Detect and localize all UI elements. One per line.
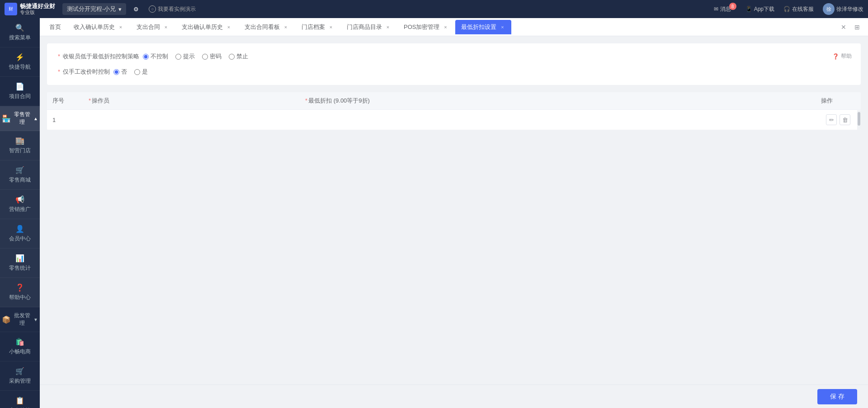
sidebar-item-member-center[interactable]: 👤 会员中心 (0, 219, 40, 249)
sidebar-item-search-menu[interactable]: 🔍 搜索菜单 (0, 18, 40, 47)
main-layout: 🔍 搜索菜单 ⚡ 快捷导航 📄 项目合同 🏪 零售管理 ▲ 🏬 智营门店 🛒 零… (0, 18, 868, 408)
manual-only-no[interactable]: 否 (113, 68, 127, 76)
help-icon: ❓ (15, 283, 24, 292)
tab-label: 支出合同 (137, 23, 160, 31)
sidebar-item-purchase-mgmt[interactable]: 🛒 采购管理 (0, 361, 40, 391)
table-header-row: 序号 *操作员 *最低折扣 (9.00等于9折) 操作 (47, 92, 861, 110)
tab-close-all-button[interactable]: ✕ (838, 22, 849, 33)
sidebar-item-label: 营销推广 (9, 206, 31, 213)
tab-min-discount-setting[interactable]: 最低折扣设置 × (455, 20, 511, 34)
close-icon[interactable]: × (163, 24, 169, 30)
close-icon[interactable]: × (283, 24, 289, 30)
policy-password[interactable]: 密码 (202, 52, 222, 61)
policy-label: * 收银员低于最低折扣控制策略 (58, 52, 139, 61)
sidebar-item-ecommerce[interactable]: 🛍️ 小畅电商 (0, 332, 40, 361)
save-button[interactable]: 保 存 (817, 389, 857, 404)
phone-icon: 📱 (745, 6, 752, 12)
tab-bar: 首页 收入确认单历史 × 支出合同 × 支出确认单历史 × 支出合同看板 × 门… (40, 18, 868, 36)
sidebar-item-help-center[interactable]: ❓ 帮助中心 (0, 278, 40, 307)
tab-pay-contract[interactable]: 支出合同 × (131, 20, 175, 34)
sidebar-item-quick-nav[interactable]: ⚡ 快捷导航 (0, 47, 40, 77)
user-item[interactable]: 徐 徐泽华修改 (823, 3, 863, 15)
sidebar-item-retail-mall[interactable]: 🛒 零售商城 (0, 160, 40, 190)
top-bar-right: ✉ 消息 8 📱 App下载 🎧 在线客服 徐 徐泽华修改 (714, 3, 863, 15)
content-area: 首页 收入确认单历史 × 支出合同 × 支出确认单历史 × 支出合同看板 × 门… (40, 18, 868, 408)
sidebar-item-retail-stats[interactable]: 📊 零售统计 (0, 249, 40, 278)
app-download-item[interactable]: 📱 App下载 (745, 5, 774, 13)
sidebar-item-wholesale-mgmt[interactable]: 📦 批发管理 ▼ (0, 307, 40, 332)
sidebar-item-label: 零售商城 (9, 176, 31, 184)
message-badge: 8 (729, 3, 736, 10)
page-content: ❓ 帮助 * 收银员低于最低折扣控制策略 不控制 (40, 36, 868, 385)
data-table-wrap: 序号 *操作员 *最低折扣 (9.00等于9折) 操作 1 (47, 92, 861, 130)
table-row: 1 ✏ 🗑 (47, 110, 861, 130)
close-icon[interactable]: × (118, 24, 124, 30)
sidebar-item-smart-store[interactable]: 🏬 智营门店 (0, 131, 40, 160)
tab-pay-confirm-history[interactable]: 支出确认单历史 × (176, 20, 238, 34)
sidebar-item-label: 批发管理 (13, 312, 32, 327)
sidebar-item-label: 采购管理 (9, 377, 31, 385)
sidebar-item-label: 项目合同 (9, 93, 31, 100)
col-header-seq: 序号 (47, 92, 83, 110)
col-header-operator: *操作员 (83, 92, 300, 110)
inventory-icon: 📋 (15, 396, 24, 405)
manual-only-yes[interactable]: 是 (134, 68, 148, 76)
tab-bar-right: ✕ ⊞ (838, 22, 864, 33)
sidebar-item-inventory[interactable]: 📋 库存核算 (0, 391, 40, 408)
table-scrollbar (857, 110, 861, 130)
form-card: ❓ 帮助 * 收银员低于最低折扣控制策略 不控制 (47, 43, 861, 85)
data-table: 序号 *操作员 *最低折扣 (9.00等于9折) 操作 1 (47, 92, 861, 130)
close-icon[interactable]: × (499, 24, 505, 30)
sidebar-item-retail-mgmt[interactable]: 🏪 零售管理 ▲ (0, 106, 40, 131)
policy-radio-group: 不控制 提示 密码 禁止 (143, 52, 248, 61)
tab-income-confirm-history[interactable]: 收入确认单历史 × (68, 20, 130, 34)
sidebar-item-marketing[interactable]: 📢 营销推广 (0, 190, 40, 219)
wholesale-icon: 📦 (2, 315, 11, 324)
ecommerce-icon: 🛍️ (15, 338, 24, 346)
demo-link[interactable]: ○ 我要看实例演示 (149, 5, 196, 13)
tab-label: 支出确认单历史 (182, 23, 223, 31)
project-selector[interactable]: 测试分开完程-小兄 ▾ (62, 3, 126, 15)
home-tab-label: 首页 (49, 23, 61, 31)
online-service-item[interactable]: 🎧 在线客服 (783, 5, 814, 13)
edit-button[interactable]: ✏ (826, 114, 837, 125)
cell-operator (83, 110, 300, 130)
policy-forbid[interactable]: 禁止 (229, 52, 248, 61)
tab-store-file[interactable]: 门店档案 × (296, 20, 340, 34)
scrollbar-thumb (858, 112, 860, 126)
tab-label: 最低折扣设置 (461, 23, 496, 31)
settings-icon[interactable]: ⚙ (131, 4, 142, 14)
tab-label: 收入确认单历史 (74, 23, 115, 31)
close-icon[interactable]: × (442, 24, 448, 30)
policy-no-control[interactable]: 不控制 (143, 52, 168, 61)
chevron-down-icon: ▼ (33, 317, 38, 322)
policy-prompt[interactable]: 提示 (175, 52, 195, 61)
messages-item[interactable]: ✉ 消息 8 (714, 5, 736, 13)
sidebar-item-label: 会员中心 (9, 235, 31, 243)
delete-button[interactable]: 🗑 (840, 114, 850, 125)
marketing-icon: 📢 (15, 195, 24, 204)
close-icon[interactable]: × (328, 24, 334, 30)
close-icon[interactable]: × (385, 24, 391, 30)
tab-label: 门店档案 (302, 23, 325, 31)
tab-pay-contract-board[interactable]: 支出合同看板 × (239, 20, 295, 34)
sidebar-item-label: 智营门店 (9, 147, 31, 155)
tab-store-product-catalog[interactable]: 门店商品目录 × (341, 20, 397, 34)
sidebar-item-label: 搜索菜单 (9, 34, 31, 42)
mall-icon: 🛒 (15, 166, 24, 174)
sidebar-item-label: 零售管理 (13, 111, 32, 126)
sidebar-item-project-contract[interactable]: 📄 项目合同 (0, 77, 40, 106)
tab-label: 门店商品目录 (347, 23, 382, 31)
help-button[interactable]: ❓ 帮助 (832, 52, 852, 60)
question-icon: ❓ (832, 53, 839, 60)
tab-label: POS加密管理 (404, 23, 439, 31)
headset-icon: 🎧 (783, 6, 790, 12)
tab-home[interactable]: 首页 (43, 20, 67, 34)
sidebar-item-label: 帮助中心 (9, 294, 31, 301)
bottom-bar: 保 存 (40, 385, 868, 408)
tab-pos-password-mgmt[interactable]: POS加密管理 × (398, 20, 454, 34)
manual-only-form-row: * 仅手工改价时控制 否 是 (58, 68, 850, 76)
tab-menu-button[interactable]: ⊞ (852, 22, 863, 33)
close-icon[interactable]: × (226, 24, 232, 30)
sidebar-item-label: 零售统计 (9, 264, 31, 272)
